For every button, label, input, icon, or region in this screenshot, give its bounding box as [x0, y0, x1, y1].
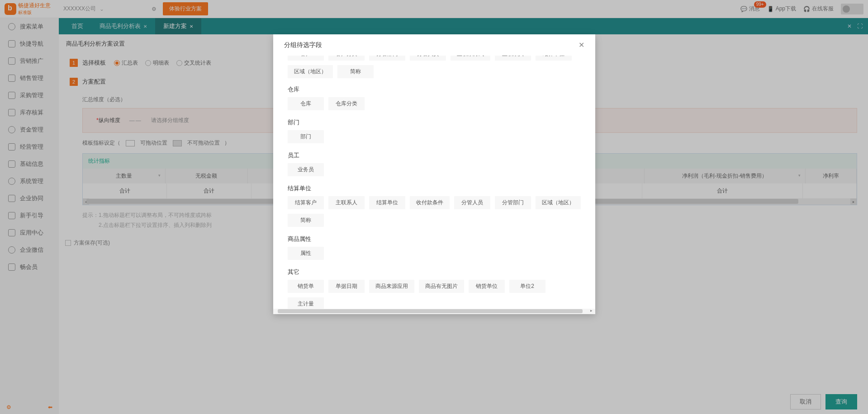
modal-horizontal-scrollbar[interactable]: ▸: [273, 309, 595, 314]
field-chip[interactable]: 商品来源应用: [369, 280, 414, 293]
group-title-other: 其它: [288, 263, 581, 280]
field-chip[interactable]: 结算单位: [369, 196, 405, 209]
field-chip[interactable]: 主联系人: [328, 196, 365, 209]
field-chip[interactable]: 分管部门: [495, 196, 531, 209]
scroll-thumb[interactable]: [278, 309, 583, 313]
field-chip[interactable]: 分管人员: [454, 196, 490, 209]
group-title-dept: 部门: [288, 114, 581, 130]
close-icon[interactable]: ✕: [579, 41, 584, 49]
modal-title: 分组待选字段: [284, 41, 322, 49]
field-chip[interactable]: 单据日期: [328, 280, 365, 293]
field-chip[interactable]: 主联系人: [495, 56, 531, 61]
field-chip[interactable]: 属性: [288, 247, 324, 260]
field-chip[interactable]: 业务员: [288, 163, 324, 176]
field-chip[interactable]: 仓库分类: [328, 97, 365, 110]
field-chip[interactable]: 收付款条件: [410, 196, 450, 209]
field-chip[interactable]: 结算单位: [536, 56, 572, 61]
field-chip[interactable]: 销货单: [288, 280, 324, 293]
field-chip[interactable]: 客户: [288, 56, 324, 61]
field-chip[interactable]: 简称: [288, 214, 324, 227]
field-chip[interactable]: 销货单位: [469, 280, 505, 293]
group-title-warehouse: 仓库: [288, 81, 581, 97]
field-chip[interactable]: 简称: [337, 65, 374, 78]
field-chip[interactable]: 商品有无图片: [419, 280, 464, 293]
group-title-staff: 员工: [288, 147, 581, 163]
field-chip[interactable]: 主计量: [288, 297, 324, 309]
field-chip[interactable]: 区域（地区）: [288, 65, 333, 78]
group-title-settle: 结算单位: [288, 180, 581, 196]
modal-overlay[interactable]: 分组待选字段 ✕ 客户 客户分类 分管部门 分管人员 主联系方式 主联系人 结算…: [0, 0, 868, 414]
group-field-modal: 分组待选字段 ✕ 客户 客户分类 分管部门 分管人员 主联系方式 主联系人 结算…: [273, 34, 595, 314]
modal-body[interactable]: 客户 客户分类 分管部门 分管人员 主联系方式 主联系人 结算单位 区域（地区）…: [273, 56, 595, 309]
field-chip[interactable]: 主联系方式: [451, 56, 490, 61]
field-chip[interactable]: 分管部门: [369, 56, 405, 61]
field-chip[interactable]: 部门: [288, 130, 324, 143]
group-title-attr: 商品属性: [288, 231, 581, 247]
field-chip[interactable]: 仓库: [288, 97, 324, 110]
field-chip[interactable]: 客户分类: [328, 56, 365, 61]
field-chip[interactable]: 结算客户: [288, 196, 324, 209]
field-chip[interactable]: 区域（地区）: [536, 196, 581, 209]
scroll-right-icon[interactable]: ▸: [590, 308, 593, 313]
field-chip[interactable]: 分管人员: [410, 56, 446, 61]
field-chip[interactable]: 单位2: [509, 280, 545, 293]
